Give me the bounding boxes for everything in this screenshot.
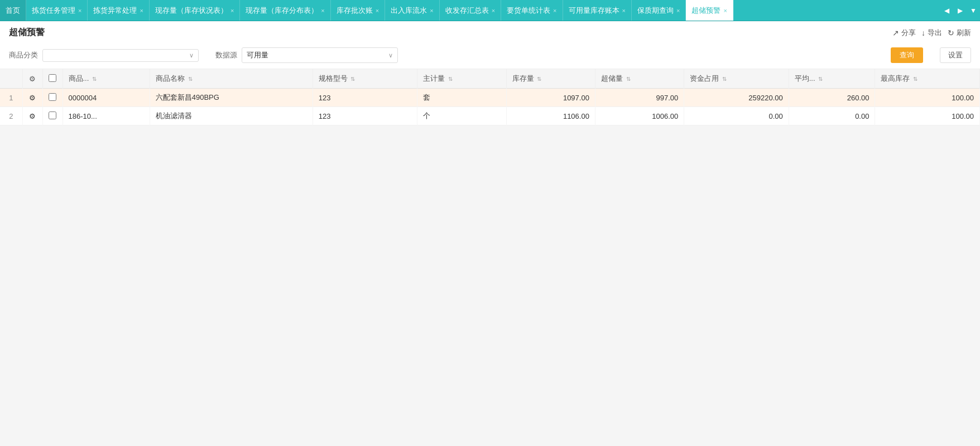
table-header: ⚙商品... ⇅商品名称 ⇅规格型号 ⇅主计量 ⇅库存量 ⇅超储量 ⇅资金占用 … [0,69,980,89]
datasource-chevron-icon: ∨ [388,52,393,59]
share-action[interactable]: ↗ 分享 [892,28,916,38]
nav-item-stock-dist[interactable]: 现存量（库存分布表）× [240,0,330,21]
export-label: 导出 [928,28,942,38]
sort-icon-product-code: ⇅ [90,76,97,82]
col-stock[interactable]: 库存量 ⇅ [506,69,595,89]
refresh-label: 刷新 [957,28,971,38]
nav-item-quality-check[interactable]: 保质期查询× [632,0,686,21]
category-chevron-icon: ∨ [189,52,194,59]
nav-close-available-account[interactable]: × [622,7,626,14]
header-actions: ↗ 分享 ↓ 导出 ↻ 刷新 [892,28,971,38]
col-capital[interactable]: 资金占用 ⇅ [684,69,789,89]
nav-close-stock-dist[interactable]: × [321,7,324,14]
sort-icon-product-name: ⇅ [186,76,193,82]
nav-item-task-mgmt[interactable]: 拣货任务管理× [26,0,88,21]
nav-item-batch-account[interactable]: 库存批次账× [331,0,385,21]
row-checkbox[interactable] [49,93,56,101]
nav-close-overstock-warn[interactable]: × [723,7,727,14]
col-unit[interactable]: 主计量 ⇅ [417,69,506,89]
row-checkbox[interactable] [49,112,56,119]
cell-avg: 0.00 [789,107,875,125]
category-select[interactable]: ∨ [42,49,199,62]
nav-left-arrow[interactable]: ◀ [940,0,953,21]
sort-icon-avg: ⇅ [817,76,823,82]
query-button[interactable]: 查询 [891,47,923,63]
cell-overstock: 1006.00 [595,107,684,125]
table-container: ⚙商品... ⇅商品名称 ⇅规格型号 ⇅主计量 ⇅库存量 ⇅超储量 ⇅资金占用 … [0,69,980,125]
nav-more-arrow[interactable]: ▼ [967,0,980,21]
nav-close-collect-summary[interactable]: × [492,7,495,14]
col-num [0,69,22,89]
export-icon: ↓ [921,28,925,37]
nav-item-exception[interactable]: 拣货异常处理× [88,0,149,21]
cell-row-num: 2 [0,107,22,125]
cell-checkbox [42,107,63,125]
nav-item-inout-flow[interactable]: 出入库流水× [385,0,439,21]
nav-item-available-account[interactable]: 可用量库存账本× [563,0,632,21]
col-product-name[interactable]: 商品名称 ⇅ [150,69,313,89]
nav-close-inout-flow[interactable]: × [430,7,433,14]
cell-max-stock: 100.00 [875,107,980,125]
nav-item-order-stat[interactable]: 要货单统计表× [501,0,563,21]
nav-close-stock-status[interactable]: × [230,7,234,14]
top-nav: 首页拣货任务管理×拣货异常处理×现存量（库存状况表）×现存量（库存分布表）×库存… [0,0,980,21]
col-avg[interactable]: 平均... ⇅ [789,69,875,89]
nav-close-quality-check[interactable]: × [676,7,680,14]
datasource-value: 可用量 [247,50,268,60]
overstock-table: ⚙商品... ⇅商品名称 ⇅规格型号 ⇅主计量 ⇅库存量 ⇅超储量 ⇅资金占用 … [0,69,980,125]
cell-stock: 1097.00 [506,89,595,107]
cell-gear[interactable]: ⚙ [22,107,42,125]
cell-avg: 260.00 [789,89,875,107]
sort-icon-spec: ⇅ [349,76,356,82]
sort-icon-stock: ⇅ [536,76,542,82]
cell-unit: 个 [417,107,506,125]
cell-stock: 1106.00 [506,107,595,125]
category-label: 商品分类 [9,50,38,60]
share-icon: ↗ [892,28,899,37]
cell-capital: 259220.00 [684,89,789,107]
cell-product-code: 186-10... [63,107,150,125]
datasource-select[interactable]: 可用量 ∨ [242,47,398,63]
nav-close-order-stat[interactable]: × [553,7,556,14]
cell-product-name: 六配套新昌490BPG [150,89,313,107]
sort-icon-capital: ⇅ [720,76,727,82]
nav-close-batch-account[interactable]: × [376,7,379,14]
datasource-label: 数据源 [215,50,237,60]
cell-capital: 0.00 [684,107,789,125]
page-title: 超储预警 [9,27,45,38]
col-product-code[interactable]: 商品... ⇅ [63,69,150,89]
cell-row-num: 1 [0,89,22,107]
export-action[interactable]: ↓ 导出 [921,28,942,38]
col-max-stock[interactable]: 最高库存 ⇅ [875,69,980,89]
nav-item-home[interactable]: 首页 [0,0,26,21]
sort-icon-overstock: ⇅ [624,76,631,82]
select-all-checkbox[interactable] [49,74,56,82]
nav-close-exception[interactable]: × [140,7,143,14]
table-row: 1⚙0000004六配套新昌490BPG123套1097.00997.00259… [0,89,980,107]
nav-item-collect-summary[interactable]: 收发存汇总表× [440,0,501,21]
sort-icon-unit: ⇅ [446,76,453,82]
category-filter-group: 商品分类 ∨ [9,49,199,62]
sort-icon-max-stock: ⇅ [911,76,917,82]
col-overstock[interactable]: 超储量 ⇅ [595,69,684,89]
page-header: 超储预警 ↗ 分享 ↓ 导出 ↻ 刷新 [0,21,980,42]
nav-right-arrow[interactable]: ▶ [953,0,967,21]
datasource-filter-group: 数据源 可用量 ∨ [215,47,398,63]
refresh-icon: ↻ [948,28,954,37]
cell-product-name: 机油滤清器 [150,107,313,125]
cell-unit: 套 [417,89,506,107]
settings-button[interactable]: 设置 [940,47,971,63]
table-body: 1⚙0000004六配套新昌490BPG123套1097.00997.00259… [0,89,980,125]
refresh-action[interactable]: ↻ 刷新 [948,28,971,38]
cell-spec: 123 [313,89,417,107]
cell-spec: 123 [313,107,417,125]
nav-item-stock-status[interactable]: 现存量（库存状况表）× [150,0,240,21]
nav-close-task-mgmt[interactable]: × [78,7,81,14]
cell-gear[interactable]: ⚙ [22,89,42,107]
nav-item-overstock-warn[interactable]: 超储预警× [686,0,733,21]
table-row: 2⚙186-10...机油滤清器123个1106.001006.000.000.… [0,107,980,125]
cell-checkbox [42,89,63,107]
cell-max-stock: 100.00 [875,89,980,107]
cell-overstock: 997.00 [595,89,684,107]
col-spec[interactable]: 规格型号 ⇅ [313,69,417,89]
